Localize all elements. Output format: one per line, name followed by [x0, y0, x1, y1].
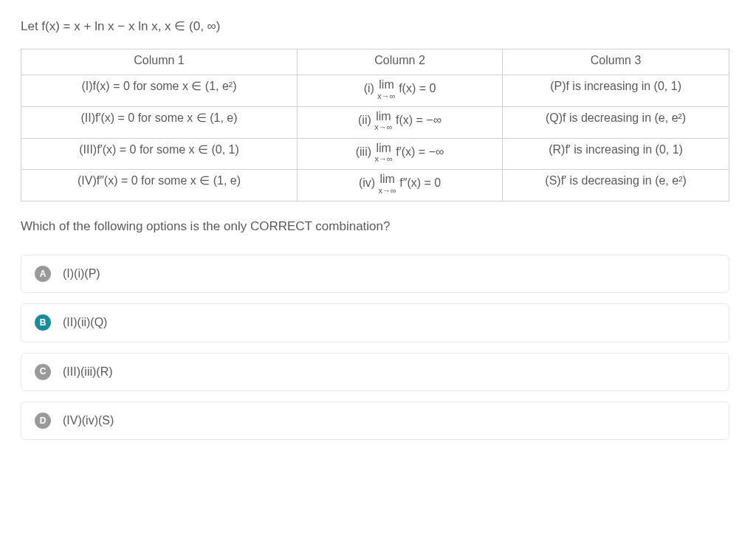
function-definition: Let f(x) = x + ln x − x ln x, x ∈ (0, ∞) — [21, 18, 735, 35]
limit-notation: limx→∞ — [374, 110, 392, 132]
c2-suffix: f(x) = 0 — [396, 82, 436, 94]
c2-prefix: (iii) — [356, 145, 375, 158]
cell-c3: (S)f′ is decreasing in (e, e²) — [503, 170, 729, 201]
option-c[interactable]: C (III)(iii)(R) — [21, 353, 729, 391]
cell-c2: (ii) limx→∞ f(x) = −∞ — [298, 106, 503, 138]
cell-c1: (I)f(x) = 0 for some x ∈ (1, e²) — [21, 75, 298, 107]
question-text: Which of the following options is the on… — [21, 218, 735, 235]
option-d[interactable]: D (IV)(iv)(S) — [21, 402, 729, 440]
table-row: (I)f(x) = 0 for some x ∈ (1, e²) (i) lim… — [21, 75, 729, 107]
option-text: (II)(ii)(Q) — [63, 314, 107, 331]
c2-suffix: f′(x) = −∞ — [393, 145, 444, 158]
cell-c2: (iii) limx→∞ f′(x) = −∞ — [298, 138, 503, 170]
match-table: Column 1 Column 2 Column 3 (I)f(x) = 0 f… — [21, 49, 729, 201]
option-letter: A — [35, 266, 51, 282]
cell-c3: (P)f is increasing in (0, 1) — [503, 75, 729, 107]
col3-header: Column 3 — [503, 49, 729, 75]
option-letter: C — [35, 364, 51, 380]
option-letter: D — [35, 413, 51, 429]
c2-prefix: (ii) — [358, 114, 374, 126]
limit-notation: limx→∞ — [377, 78, 395, 100]
c2-suffix: f″(x) = 0 — [396, 176, 441, 189]
option-text: (I)(i)(P) — [63, 266, 100, 282]
cell-c1: (IV)f″(x) = 0 for some x ∈ (1, e) — [21, 170, 298, 201]
limit-notation: limx→∞ — [375, 142, 393, 164]
option-letter: B — [35, 314, 51, 331]
col2-header: Column 2 — [298, 49, 503, 75]
c2-prefix: (iv) — [359, 176, 379, 189]
c2-suffix: f(x) = −∞ — [393, 114, 442, 126]
table-row: (IV)f″(x) = 0 for some x ∈ (1, e) (iv) l… — [21, 170, 729, 201]
table-row: (II)f′(x) = 0 for some x ∈ (1, e) (ii) l… — [21, 106, 729, 138]
cell-c1: (III)f′(x) = 0 for some x ∈ (0, 1) — [21, 138, 298, 170]
option-a[interactable]: A (I)(i)(P) — [21, 255, 729, 293]
cell-c2: (i) limx→∞ f(x) = 0 — [298, 75, 503, 107]
table-row: (III)f′(x) = 0 for some x ∈ (0, 1) (iii)… — [21, 138, 729, 170]
option-text: (IV)(iv)(S) — [63, 413, 114, 429]
cell-c3: (R)f′ is increasing in (0, 1) — [503, 138, 729, 170]
limit-notation: limx→∞ — [379, 173, 396, 195]
cell-c2: (iv) limx→∞ f″(x) = 0 — [298, 170, 503, 201]
cell-c1: (II)f′(x) = 0 for some x ∈ (1, e) — [21, 106, 298, 138]
c2-prefix: (i) — [364, 82, 378, 94]
cell-c3: (Q)f is decreasing in (e, e²) — [503, 106, 729, 138]
option-text: (III)(iii)(R) — [63, 364, 113, 380]
option-b[interactable]: B (II)(ii)(Q) — [21, 303, 729, 342]
col1-header: Column 1 — [21, 49, 298, 75]
